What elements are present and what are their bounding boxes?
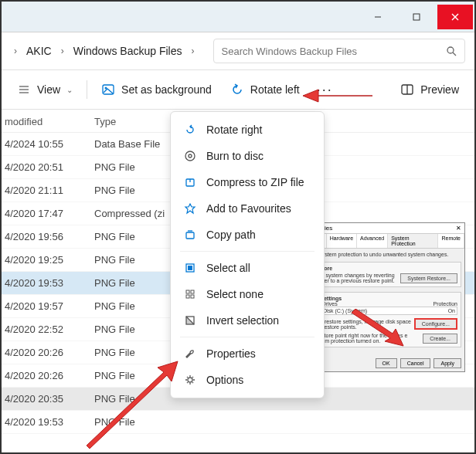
chevron-down-icon: ⌄ <box>66 86 73 94</box>
svg-line-5 <box>453 53 456 56</box>
rotate-right-icon <box>183 123 197 137</box>
menu-item-label: Burn to disc <box>206 150 264 162</box>
maximize-button[interactable] <box>399 5 434 29</box>
file-date: 4/2020 19:53 <box>2 277 94 289</box>
file-row[interactable]: 4/2020 19:53PNG File <box>2 411 474 434</box>
section-title: on Settings <box>312 296 457 301</box>
file-date: 4/2024 10:55 <box>2 138 94 150</box>
close-icon <box>450 12 460 22</box>
dialog-titlebar: roperties ✕ <box>305 223 464 234</box>
close-button[interactable] <box>437 5 473 29</box>
copy-path-icon <box>183 228 197 242</box>
view-label: View <box>37 83 60 96</box>
menu-item-label: Select all <box>206 262 250 274</box>
menu-item-label: Compress to ZIP file <box>206 176 304 188</box>
svg-point-25 <box>188 378 192 382</box>
toolbar: View ⌄ Set as background Rotate left ···… <box>2 69 474 110</box>
menu-item-rotate-right[interactable]: Rotate right <box>171 117 324 143</box>
svg-rect-21 <box>191 290 194 293</box>
create-button[interactable]: Create... <box>423 334 457 344</box>
menu-item-label: Rotate right <box>206 124 262 136</box>
svg-rect-23 <box>191 295 194 298</box>
rotate-left-label: Rotate left <box>250 83 300 96</box>
annotation-arrow <box>348 309 410 347</box>
menu-item-star[interactable]: Add to Favourites <box>171 195 324 222</box>
star-icon <box>183 202 197 215</box>
search-input[interactable] <box>222 46 446 57</box>
tab-remote[interactable]: Remote <box>438 234 464 248</box>
drive-protection: On <box>448 308 455 313</box>
file-date: 4/2020 19:57 <box>2 300 94 312</box>
rotate-left-button[interactable]: Rotate left <box>221 78 309 101</box>
breadcrumb-item[interactable]: AKIC <box>20 42 58 60</box>
titlebar <box>2 2 474 32</box>
configure-button[interactable]: Configure... <box>414 318 457 330</box>
menu-item-invert[interactable]: Invert selection <box>171 307 324 334</box>
system-restore-button[interactable]: System Restore... <box>400 273 457 283</box>
separator <box>87 80 87 99</box>
restore-section: Restore undo system changes by reverting… <box>308 262 461 287</box>
file-date: 4/2020 22:52 <box>2 324 94 335</box>
menu-item-select-all[interactable]: Select all <box>171 255 324 281</box>
rotate-left-icon <box>230 83 244 97</box>
restore-text: undo system changes by reverting mputer … <box>312 273 400 283</box>
invert-icon <box>183 313 197 327</box>
disc-icon <box>183 149 197 163</box>
search-box[interactable] <box>213 39 465 63</box>
select-all-icon <box>183 261 197 275</box>
menu-item-label: Options <box>206 374 243 386</box>
dialog-close-icon[interactable]: ✕ <box>456 225 461 232</box>
set-background-label: Set as background <box>121 83 212 96</box>
tab-hardware[interactable]: Hardware <box>327 234 357 248</box>
preview-label: Preview <box>420 83 459 96</box>
protection-label: Protection <box>433 301 457 307</box>
menu-item-zip[interactable]: Compress to ZIP file <box>171 169 324 195</box>
menu-item-disc[interactable]: Burn to disc <box>171 143 324 169</box>
breadcrumb-item[interactable]: Windows Backup Files <box>67 42 189 60</box>
tab-system-protection[interactable]: System Protection <box>388 234 438 248</box>
file-date: 4/2020 17:47 <box>2 208 94 219</box>
menu-item-label: Copy path <box>206 229 256 241</box>
ok-button[interactable]: OK <box>376 358 397 368</box>
svg-rect-1 <box>413 14 420 20</box>
svg-point-13 <box>185 151 195 161</box>
set-background-button[interactable]: Set as background <box>92 78 221 101</box>
preview-icon <box>400 83 414 97</box>
maximize-icon <box>412 12 421 22</box>
dialog-buttons: OK Cancel Apply <box>305 355 464 371</box>
annotation-arrow <box>79 357 187 449</box>
menu-item-wrench[interactable]: Properties <box>171 340 324 367</box>
chevron-right-icon[interactable]: › <box>189 46 198 56</box>
menu-item-select-none[interactable]: Select none <box>171 281 324 307</box>
svg-rect-17 <box>186 232 194 239</box>
dialog-tabs: Name Hardware Advanced System Protection… <box>305 234 464 249</box>
apply-button[interactable]: Apply <box>434 358 461 368</box>
file-date: 4/2020 19:56 <box>2 231 94 242</box>
minimize-icon <box>373 12 382 22</box>
list-icon <box>17 83 31 97</box>
menu-item-label: Properties <box>206 347 256 360</box>
view-button[interactable]: View ⌄ <box>8 78 82 101</box>
menu-item-copy-path[interactable]: Copy path <box>171 222 324 248</box>
image-icon <box>101 83 115 97</box>
search-icon[interactable] <box>446 46 457 56</box>
file-date: 4/2020 21:11 <box>2 185 94 196</box>
context-menu: Rotate rightBurn to discCompress to ZIP … <box>170 111 325 398</box>
tab-advanced[interactable]: Advanced <box>357 234 388 248</box>
chevron-right-icon[interactable]: › <box>11 46 20 56</box>
file-date: 4/2020 20:51 <box>2 161 94 173</box>
preview-button[interactable]: Preview <box>391 78 468 101</box>
menu-item-label: Invert selection <box>206 314 279 327</box>
file-date: 4/2020 19:25 <box>2 254 94 266</box>
menu-item-gear[interactable]: Options <box>171 367 324 393</box>
chevron-right-icon[interactable]: › <box>58 46 67 56</box>
minimize-button[interactable] <box>360 5 396 29</box>
cancel-button[interactable]: Cancel <box>400 358 431 368</box>
menu-separator <box>180 251 314 252</box>
section-title: Restore <box>312 266 457 271</box>
zip-icon <box>183 175 197 189</box>
system-properties-dialog: roperties ✕ Name Hardware Advanced Syste… <box>304 222 465 372</box>
column-modified[interactable]: modified <box>2 116 94 127</box>
menu-item-label: Add to Favourites <box>206 202 291 215</box>
svg-point-14 <box>189 154 192 158</box>
